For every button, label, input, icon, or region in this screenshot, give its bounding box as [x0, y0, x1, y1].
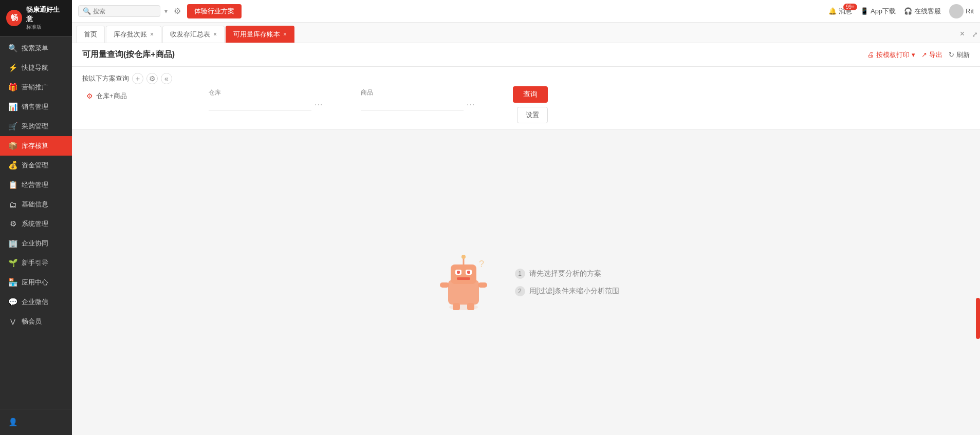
sidebar-item-operations[interactable]: 📋经营管理	[0, 175, 72, 195]
page-actions: 🖨 按模板打印 ▾ ↗ 导出 ↻ 刷新	[867, 50, 970, 60]
sidebar-item-label: 经营管理	[22, 180, 48, 190]
tab-close-batch-ledger[interactable]: ×	[150, 31, 154, 38]
notifications-item[interactable]: 🔔 消息 99+	[828, 7, 852, 16]
enterprise-icon: 🏢	[8, 239, 17, 248]
customer-service-item[interactable]: 🎧 在线客服	[904, 7, 941, 16]
sidebar-item-wechat[interactable]: 💬企业微信	[0, 292, 72, 312]
settings-scheme-button[interactable]: ⚙	[146, 73, 158, 84]
search-input[interactable]	[93, 8, 150, 15]
user-avatar-item[interactable]: Rit	[949, 4, 974, 18]
collapse-scheme-button[interactable]: «	[161, 73, 172, 84]
sidebar-item-label: 搜索菜单	[22, 44, 48, 53]
tip-text-2: 用[过滤]条件来缩小分析范围	[529, 287, 620, 296]
sales-icon: 📊	[8, 102, 17, 111]
sidebar-item-enterprise[interactable]: 🏢企业协同	[0, 234, 72, 253]
bell-icon: 🔔	[828, 7, 837, 15]
add-scheme-button[interactable]: +	[132, 73, 143, 84]
page-header: 可用量查询(按仓库+商品) 🖨 按模板打印 ▾ ↗ 导出 ↻ 刷新	[72, 43, 980, 67]
sidebar-item-label: 资金管理	[22, 161, 48, 170]
basic-icon: 🗂	[8, 200, 17, 209]
sidebar-item-label: 快捷导航	[22, 63, 48, 72]
goods-input-row: ···	[361, 99, 505, 110]
sidebar-item-quick-nav[interactable]: ⚡快捷导航	[0, 58, 72, 78]
avatar	[949, 4, 964, 18]
empty-tip-1: 1 请先选择要分析的方案	[515, 269, 620, 279]
svg-rect-13	[467, 303, 474, 310]
tab-home[interactable]: 首页	[76, 26, 105, 43]
chevron-down-icon[interactable]: ▾	[164, 8, 168, 15]
sidebar-item-label: 新手引导	[22, 258, 48, 268]
sidebar-item-vip[interactable]: V畅会员	[0, 312, 72, 331]
sidebar-item-sales[interactable]: 📊销售管理	[0, 97, 72, 117]
svg-rect-9	[457, 277, 470, 280]
purchase-icon: 🛒	[8, 122, 17, 131]
scrollbar-handle[interactable]	[976, 298, 980, 339]
warehouse-input[interactable]	[209, 99, 311, 110]
filter-scheme-panel: 按以下方案查询 + ⚙ « ⚙ 仓库+商品	[82, 73, 200, 104]
sidebar-item-finance[interactable]: 💰资金管理	[0, 156, 72, 175]
tabbar-close-button[interactable]: ×	[958, 27, 967, 41]
tab-recv-summary[interactable]: 收发存汇总表×	[162, 26, 225, 43]
topbar-search-box[interactable]: 🔍	[78, 5, 160, 17]
query-button[interactable]: 查询	[513, 86, 548, 103]
sidebar-item-newbie[interactable]: 🌱新手引导	[0, 253, 72, 273]
chevron-down-icon-print: ▾	[912, 51, 915, 59]
page-content: 可用量查询(按仓库+商品) 🖨 按模板打印 ▾ ↗ 导出 ↻ 刷新	[72, 43, 980, 435]
svg-rect-2	[451, 264, 476, 284]
tab-available-ledger[interactable]: 可用量库存账本×	[226, 26, 294, 43]
sidebar-item-label: 应用中心	[22, 278, 48, 287]
sidebar-item-search[interactable]: 🔍搜索菜单	[0, 39, 72, 58]
svg-point-8	[461, 255, 466, 259]
tabbar-expand-button[interactable]: ⤢	[970, 28, 980, 41]
sidebar-item-purchase[interactable]: 🛒采购管理	[0, 117, 72, 136]
wechat-icon: 💬	[8, 297, 17, 307]
customer-service-label: 在线客服	[914, 7, 941, 16]
sidebar: 畅 畅康通好生意 标准版 🔍搜索菜单⚡快捷导航🎁营销推广📊销售管理🛒采购管理📦库…	[0, 0, 72, 435]
scheme-item-warehouse-goods[interactable]: ⚙ 仓库+商品	[82, 88, 200, 104]
goods-input[interactable]	[361, 99, 464, 110]
warehouse-field: 仓库 ···	[209, 88, 353, 110]
settings-button[interactable]: 设置	[517, 107, 548, 123]
sidebar-item-label: 库存核算	[22, 141, 48, 150]
quick-nav-icon: ⚡	[8, 63, 17, 72]
search-icon: 🔍	[8, 44, 17, 53]
sidebar-footer: 👤	[0, 409, 72, 435]
sidebar-title-block: 畅康通好生意 标准版	[26, 5, 66, 31]
topbar: 🔍 ▾ ⚙ 体验行业方案 🔔 消息 99+ 📱 App下载 🎧 在线客服 Rit	[72, 0, 980, 23]
operations-icon: 📋	[8, 180, 17, 190]
tip-number-2: 2	[515, 286, 525, 296]
empty-state: ? 1 请先选择要分析的方案 2 用[过滤]条件来缩小分析范围	[72, 130, 980, 435]
goods-label: 商品	[361, 88, 505, 97]
appstore-icon: 🏪	[8, 278, 17, 287]
app-download-item[interactable]: 📱 App下载	[860, 7, 896, 16]
scheme-item-label: 仓库+商品	[96, 91, 127, 101]
topbar-right: 🔔 消息 99+ 📱 App下载 🎧 在线客服 Rit	[828, 4, 974, 18]
trial-industry-button[interactable]: 体验行业方案	[187, 4, 242, 18]
tab-close-recv-summary[interactable]: ×	[213, 31, 217, 38]
filter-scheme-header: 按以下方案查询 + ⚙ «	[82, 73, 200, 88]
gear-icon[interactable]: ⚙	[174, 6, 181, 16]
svg-rect-6	[467, 271, 470, 274]
tab-close-available-ledger[interactable]: ×	[283, 31, 287, 38]
warehouse-dots-button[interactable]: ···	[315, 100, 323, 109]
tab-batch-ledger[interactable]: 库存批次账×	[106, 26, 161, 43]
tip-text-1: 请先选择要分析的方案	[529, 269, 601, 278]
sidebar-item-appstore[interactable]: 🏪应用中心	[0, 273, 72, 292]
marketing-icon: 🎁	[8, 83, 17, 92]
sidebar-item-system[interactable]: ⚙系统管理	[0, 214, 72, 234]
tip-number-1: 1	[515, 269, 525, 279]
sidebar-item-marketing[interactable]: 🎁营销推广	[0, 78, 72, 97]
template-print-button[interactable]: 🖨 按模板打印 ▾	[867, 50, 915, 60]
tab-label-batch-ledger: 库存批次账	[114, 30, 147, 39]
refresh-button[interactable]: ↻ 刷新	[949, 50, 970, 60]
sidebar-item-user[interactable]: 👤	[0, 413, 72, 431]
sidebar-item-inventory[interactable]: 📦库存核算	[0, 136, 72, 156]
refresh-icon: ↻	[949, 51, 954, 59]
sidebar-app-title: 畅康通好生意	[26, 5, 66, 24]
sidebar-item-basic[interactable]: 🗂基础信息	[0, 195, 72, 214]
goods-dots-button[interactable]: ···	[467, 100, 475, 109]
page-title: 可用量查询(按仓库+商品)	[82, 49, 175, 60]
printer-icon: 🖨	[867, 51, 874, 59]
sidebar-item-label: 系统管理	[22, 219, 48, 229]
export-button[interactable]: ↗ 导出	[921, 50, 942, 60]
